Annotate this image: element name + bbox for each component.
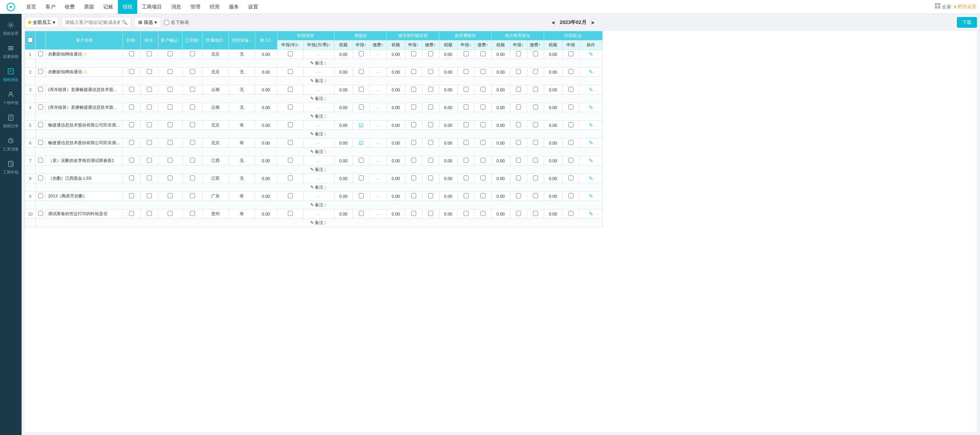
th-urban-pay[interactable]: 缴费↑ <box>422 40 439 50</box>
fin-year-cell[interactable] <box>277 156 303 165</box>
nav-tax[interactable]: 报税 <box>118 0 137 14</box>
nav-account[interactable]: 记账 <box>99 0 118 14</box>
checkbox-input[interactable] <box>164 20 169 25</box>
edu-declare[interactable] <box>457 50 474 59</box>
download-button[interactable]: 下载 <box>957 17 977 28</box>
row-checkbox[interactable] <box>36 50 46 59</box>
urban-declare[interactable] <box>405 209 422 219</box>
local-edu-pay[interactable] <box>527 103 544 112</box>
urban-declare[interactable] <box>405 85 422 94</box>
row-checkbox[interactable] <box>36 138 46 148</box>
copy-tax-cell[interactable] <box>123 50 141 59</box>
urban-pay[interactable] <box>422 209 439 219</box>
urban-pay[interactable] <box>422 156 439 165</box>
paid-cell[interactable] <box>182 67 202 77</box>
urban-declare[interactable] <box>405 174 422 183</box>
vat-declare[interactable] <box>353 50 370 59</box>
edit-icon[interactable]: ✎ <box>589 51 593 57</box>
confirm-cell[interactable] <box>158 85 183 94</box>
urban-declare[interactable] <box>405 67 422 77</box>
fin-year-cell[interactable] <box>277 103 303 112</box>
th-vat-pay[interactable]: 缴费↑ <box>370 40 387 50</box>
stamp-op[interactable]: ✎ <box>579 209 602 219</box>
vat-declare[interactable] <box>353 85 370 94</box>
edu-pay[interactable] <box>474 121 491 130</box>
local-edu-pay[interactable] <box>527 209 544 219</box>
sidebar-item-batch-tax[interactable]: 批量报税 <box>0 40 22 63</box>
th-edu-declare[interactable]: 申报↑ <box>457 40 474 50</box>
local-edu-pay[interactable] <box>527 121 544 130</box>
confirm-cell[interactable] <box>158 50 183 59</box>
urban-pay[interactable] <box>422 85 439 94</box>
vat-declare[interactable] <box>353 67 370 77</box>
stamp-declare[interactable] <box>562 174 579 183</box>
vat-declare[interactable] <box>353 209 370 219</box>
edu-pay[interactable] <box>474 50 491 59</box>
clear-card-cell[interactable] <box>141 85 158 94</box>
nav-business[interactable]: 工商项目 <box>137 0 166 14</box>
fin-year-cell[interactable] <box>277 138 303 148</box>
nav-message[interactable]: 消息 <box>166 0 186 14</box>
urban-pay[interactable] <box>422 50 439 59</box>
edit-icon[interactable]: ✎ <box>589 211 593 217</box>
stamp-op[interactable]: ✎ <box>579 138 602 148</box>
clear-card-cell[interactable] <box>141 174 158 183</box>
copy-tax-cell[interactable] <box>123 209 141 219</box>
urban-declare[interactable] <box>405 138 422 148</box>
fin-year-cell[interactable] <box>277 85 303 94</box>
copy-tax-cell[interactable] <box>123 67 141 77</box>
stamp-op[interactable]: ✎ <box>579 174 602 183</box>
row-checkbox[interactable] <box>36 121 46 130</box>
paid-cell[interactable] <box>182 121 202 130</box>
edu-declare[interactable] <box>457 192 474 201</box>
confirm-cell[interactable] <box>158 209 183 219</box>
urban-pay[interactable] <box>422 67 439 77</box>
nav-fee[interactable]: 收费 <box>60 0 79 14</box>
row-checkbox[interactable] <box>36 174 46 183</box>
local-edu-pay[interactable] <box>527 174 544 183</box>
edu-declare[interactable] <box>457 85 474 94</box>
row-checkbox[interactable] <box>36 192 46 201</box>
edit-icon[interactable]: ✎ <box>589 175 593 181</box>
local-edu-pay[interactable] <box>527 156 544 165</box>
edu-pay[interactable] <box>474 192 491 201</box>
th-paid[interactable]: 已完税↑ <box>182 31 202 50</box>
checkbox-label[interactable]: 名下标表 <box>164 19 189 26</box>
edit-icon[interactable]: ✎ <box>589 193 593 199</box>
sidebar-item-annual-report[interactable]: 工商年报 <box>0 156 22 179</box>
edu-pay[interactable] <box>474 67 491 77</box>
stamp-op[interactable]: ✎ <box>579 192 602 201</box>
nav-operation[interactable]: 经营 <box>205 0 224 14</box>
stamp-declare[interactable] <box>562 50 579 59</box>
edu-pay[interactable] <box>474 174 491 183</box>
th-income[interactable]: 收入C <box>255 31 277 50</box>
edu-pay[interactable] <box>474 209 491 219</box>
stamp-op[interactable]: ✎ <box>579 50 602 59</box>
copy-tax-cell[interactable] <box>123 85 141 94</box>
paid-cell[interactable] <box>182 156 202 165</box>
edit-icon[interactable]: ✎ <box>589 158 593 164</box>
employee-filter[interactable]: 全部员工 ▾ <box>25 17 59 28</box>
edu-declare[interactable] <box>457 138 474 148</box>
paid-cell[interactable] <box>182 192 202 201</box>
sidebar-item-browse[interactable]: 报税浏览 <box>0 63 22 86</box>
fin-year-cell[interactable] <box>277 174 303 183</box>
local-edu-declare[interactable] <box>510 121 527 130</box>
local-edu-pay[interactable] <box>527 138 544 148</box>
edu-pay[interactable] <box>474 85 491 94</box>
urban-declare[interactable] <box>405 192 422 201</box>
urban-declare[interactable] <box>405 121 422 130</box>
copy-tax-cell[interactable] <box>123 174 141 183</box>
th-clear-card[interactable]: 清卡↑ <box>141 31 158 50</box>
confirm-cell[interactable] <box>158 103 183 112</box>
stamp-declare[interactable] <box>562 192 579 201</box>
stamp-declare[interactable] <box>562 138 579 148</box>
th-fin-month[interactable]: 申报(月/季)↑ <box>303 40 334 50</box>
vat-declare[interactable] <box>353 192 370 201</box>
local-edu-declare[interactable] <box>510 67 527 77</box>
edu-declare[interactable] <box>457 103 474 112</box>
paid-cell[interactable] <box>182 209 202 219</box>
paid-cell[interactable] <box>182 85 202 94</box>
urban-pay[interactable] <box>422 103 439 112</box>
fullscreen-btn[interactable]: 全屏 <box>935 3 951 10</box>
